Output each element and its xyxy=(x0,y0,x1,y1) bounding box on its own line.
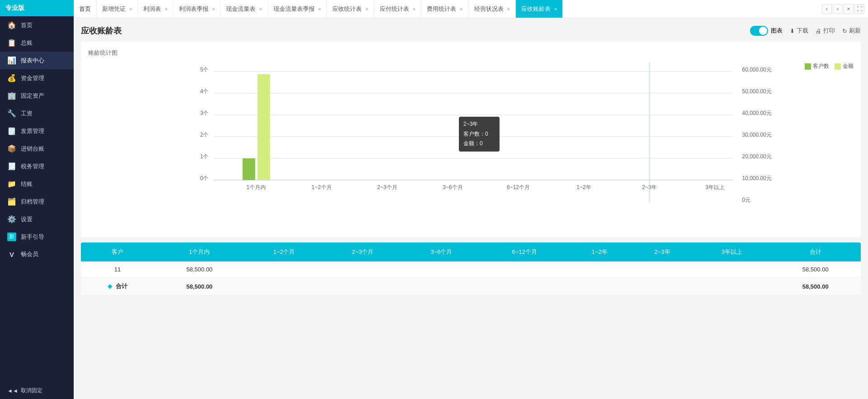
total-612m xyxy=(481,278,568,295)
sidebar-item-label: 新手引导 xyxy=(21,233,44,241)
sidebar-item-guide[interactable]: 新 新手引导 xyxy=(0,228,74,246)
sidebar-item-closing[interactable]: 📁 结账 xyxy=(0,175,74,193)
tab-close-profit[interactable]: × xyxy=(165,6,167,12)
tab-ar-aging[interactable]: 应收账龄表 × xyxy=(516,0,563,18)
chart-card: 账龄统计图 客户数 金额 5个 4个 xyxy=(81,42,861,237)
chart-title: 账龄统计图 xyxy=(88,49,854,57)
report-icon: 📊 xyxy=(7,56,16,65)
closing-icon: 📁 xyxy=(7,180,16,188)
archive-icon: 🗂️ xyxy=(7,197,16,206)
header-actions: 图表 ⬇ 下载 🖨 打印 ↻ 刷新 xyxy=(750,26,861,36)
tab-ap-stats[interactable]: 应付统计表 × xyxy=(374,0,421,18)
chart-area: 客户数 金额 5个 4个 3个 2个 1个 0个 xyxy=(88,62,854,230)
total-label-text: 合计 xyxy=(116,283,127,290)
total-36m xyxy=(402,278,481,295)
sidebar-item-label: 设置 xyxy=(21,215,33,223)
svg-text:1~2年: 1~2年 xyxy=(576,184,591,190)
sidebar-item-membership[interactable]: V 畅会员 xyxy=(0,246,74,263)
guide-icon: 新 xyxy=(7,233,16,241)
tab-close-profit-quarterly[interactable]: × xyxy=(212,6,215,12)
total-23y xyxy=(631,278,694,295)
tab-fullscreen-btn[interactable]: ⛶ xyxy=(854,4,864,14)
sidebar-item-settings[interactable]: ⚙️ 设置 xyxy=(0,210,74,228)
tab-prev-btn[interactable]: ‹ xyxy=(822,4,832,14)
tab-close-ar-stats[interactable]: × xyxy=(365,6,368,12)
sidebar-item-label: 固定资产 xyxy=(21,92,44,100)
svg-text:5个: 5个 xyxy=(200,66,209,73)
sidebar-item-fixed-assets[interactable]: 🏢 固定资产 xyxy=(0,87,74,104)
col-612m: 6~12个月 xyxy=(481,242,568,261)
sidebar-item-report-center[interactable]: 📊 报表中心 xyxy=(0,52,74,69)
tab-profit-quarterly[interactable]: 利润表季报 × xyxy=(174,0,221,18)
tab-cashflow[interactable]: 现金流量表 × xyxy=(221,0,268,18)
tab-close-ar-aging[interactable]: × xyxy=(554,6,557,12)
sidebar-item-label: 税务管理 xyxy=(21,162,44,171)
sidebar-item-label: 总账 xyxy=(21,39,33,47)
svg-text:1个月内: 1个月内 xyxy=(246,184,266,190)
tab-expense-stats-label: 费用统计表 xyxy=(427,5,456,13)
tab-next-btn[interactable]: › xyxy=(833,4,843,14)
sidebar-item-invoice[interactable]: 🗒️ 发票管理 xyxy=(0,122,74,140)
tab-close-new-voucher[interactable]: × xyxy=(129,6,132,12)
sidebar-item-tax-mgmt[interactable]: 🧾 税务管理 xyxy=(0,157,74,175)
svg-text:3个: 3个 xyxy=(200,110,209,116)
tab-profit[interactable]: 利润表 × xyxy=(138,0,173,18)
tab-ar-stats[interactable]: 应收统计表 × xyxy=(327,0,374,18)
tab-biz-status[interactable]: 经营状况表 × xyxy=(469,0,516,18)
cell-612m xyxy=(481,261,568,278)
tab-profit-quarterly-label: 利润表季报 xyxy=(179,5,208,13)
invoice-icon: 🗒️ xyxy=(7,127,16,135)
svg-text:20,000.00元: 20,000.00元 xyxy=(742,153,772,160)
tab-close-expense-stats[interactable]: × xyxy=(460,6,462,12)
main-area: 首页 新增凭证 × 利润表 × 利润表季报 × 现金流量表 × 现金流量表季报 … xyxy=(74,0,868,399)
cell-total: 58,500.00 xyxy=(770,261,861,278)
tab-close-ap-stats[interactable]: × xyxy=(413,6,415,12)
sidebar-item-archive[interactable]: 🗂️ 归档管理 xyxy=(0,193,74,210)
svg-text:1个: 1个 xyxy=(200,153,209,160)
chart-toggle[interactable] xyxy=(750,26,768,36)
svg-text:10,000.00元: 10,000.00元 xyxy=(742,175,772,181)
sidebar-item-home[interactable]: 🏠 首页 xyxy=(0,16,74,34)
tab-biz-status-label: 经营状况表 xyxy=(474,5,504,13)
svg-text:0个: 0个 xyxy=(200,175,209,181)
tab-new-voucher[interactable]: 新增凭证 × xyxy=(97,0,138,18)
tab-profit-label: 利润表 xyxy=(143,5,161,13)
home-icon: 🏠 xyxy=(7,21,16,29)
sidebar-item-fund-mgmt[interactable]: 💰 资金管理 xyxy=(0,69,74,87)
sidebar-item-ledger[interactable]: 📋 总账 xyxy=(0,34,74,52)
tab-close-biz-status[interactable]: × xyxy=(507,6,510,12)
sidebar-item-salary[interactable]: 🔧 工资 xyxy=(0,104,74,122)
svg-text:2个: 2个 xyxy=(200,132,209,138)
refresh-label: 刷新 xyxy=(849,27,861,35)
tab-close-all-btn[interactable]: × xyxy=(844,4,854,14)
table-header-row: 客户 1个月内 1~2个月 2~3个月 3~6个月 6~12个月 1~2年 2~… xyxy=(81,242,861,261)
refresh-btn[interactable]: ↻ 刷新 xyxy=(842,27,861,35)
tab-new-voucher-label: 新增凭证 xyxy=(102,5,126,13)
total-23m xyxy=(323,278,402,295)
legend-customers-label: 客户数 xyxy=(813,62,829,70)
sidebar-item-label: 工资 xyxy=(21,109,33,118)
download-label: 下载 xyxy=(797,27,808,35)
total-12m xyxy=(245,278,323,295)
print-label: 打印 xyxy=(823,27,835,35)
tab-close-cashflow-quarterly[interactable]: × xyxy=(318,6,321,12)
cell-23y xyxy=(631,261,694,278)
tab-expense-stats[interactable]: 费用统计表 × xyxy=(421,0,468,18)
tab-home[interactable]: 首页 xyxy=(74,0,97,18)
col-12m: 1~2个月 xyxy=(245,242,323,261)
sidebar-collapse-btn[interactable]: ◄◄ 取消固定 xyxy=(0,382,74,399)
col-1m: 1个月内 xyxy=(154,242,245,261)
tab-ar-aging-label: 应收账龄表 xyxy=(521,5,551,13)
cell-12y xyxy=(568,261,631,278)
total-12y xyxy=(568,278,631,295)
download-btn[interactable]: ⬇ 下载 xyxy=(790,27,808,35)
tab-cashflow-quarterly[interactable]: 现金流量表季报 × xyxy=(268,0,327,18)
print-btn[interactable]: 🖨 打印 xyxy=(816,27,835,35)
svg-text:60,000.00元: 60,000.00元 xyxy=(742,66,772,73)
legend-customers: 客户数 xyxy=(805,62,829,70)
chart-toggle-label: 图表 xyxy=(771,27,783,35)
tab-close-cashflow[interactable]: × xyxy=(259,6,262,12)
sidebar-item-sales-ledger[interactable]: 📦 进销台账 xyxy=(0,140,74,157)
chart-legend: 客户数 金额 xyxy=(805,62,854,70)
fixed-assets-icon: 🏢 xyxy=(7,91,16,100)
